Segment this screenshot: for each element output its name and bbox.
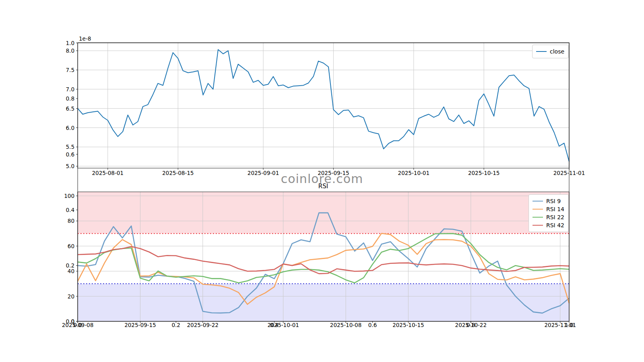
overlay-x-tick-label: 0.6 (368, 322, 377, 328)
overlay-x-tick-label: 0.4 (270, 322, 279, 328)
rsi-legend-label: RSI 22 (546, 214, 564, 220)
rsi-legend-label: RSI 42 (546, 222, 564, 228)
legend-close: close (532, 45, 569, 58)
x-tick-label: 2025-08-01 (92, 170, 123, 176)
x-tick-label: 2025-08-15 (162, 170, 194, 176)
x-tick-label: 2025-09-01 (248, 170, 279, 176)
y-tick-label: 100 (64, 193, 74, 199)
rsi-legend-line-icon (533, 217, 543, 218)
figure: 2025-08-012025-08-152025-09-012025-09-15… (0, 0, 644, 362)
rsi-chart-title: RSI (318, 183, 328, 190)
y-tick-label: 5.5 (66, 144, 74, 150)
x-tick-label: 2025-10-15 (468, 170, 500, 176)
x-tick-label: 2025-10-01 (398, 170, 429, 176)
y-tick-label: 40 (68, 268, 74, 274)
overlay-x-tick-label: 1.0 (565, 322, 573, 328)
overlay-y-tick-label: 0.4 (66, 207, 74, 213)
overlay-x-tick-label: 0.2 (171, 322, 180, 328)
rsi-legend-row: RSI 22 (533, 213, 564, 221)
x-tick-label: 2025-10-08 (330, 322, 361, 328)
x-tick-label: 2025-11-01 (553, 170, 585, 176)
rsi-legend-row: RSI 42 (533, 221, 564, 229)
rsi-legend-row: RSI 9 (533, 197, 564, 205)
rsi-legend-label: RSI 9 (546, 198, 561, 204)
rsi-legend-line-icon (533, 209, 543, 210)
rsi-legend-line-icon (533, 225, 543, 226)
oversold-zone (78, 284, 569, 321)
close-legend-row: close (536, 47, 564, 56)
y-tick-label: 6.5 (66, 105, 74, 112)
close-legend-line-icon (536, 51, 547, 52)
overlay-y-tick-label: 1.0 (66, 40, 74, 46)
y-tick-label: 20 (68, 293, 74, 300)
series-line-close (78, 49, 569, 162)
rsi-legend-label: RSI 14 (546, 206, 564, 212)
overlay-x-tick-label: 0.8 (466, 322, 475, 328)
rsi-legend-row: RSI 14 (533, 205, 564, 213)
overlay-y-tick-label: 0.8 (66, 95, 74, 102)
overlay-y-tick-label: 0.6 (66, 151, 74, 158)
x-tick-label: 2025-09-15 (124, 322, 156, 328)
y-tick-label: 80 (68, 218, 74, 224)
x-tick-label: 2025-10-15 (392, 322, 424, 328)
overlay-y-tick-label: 0.2 (66, 262, 74, 269)
rsi-legend-line-icon (533, 201, 543, 202)
close-legend-label: close (550, 48, 564, 55)
legend-rsi: RSI 9RSI 14RSI 22RSI 42 (528, 194, 569, 232)
overlay-x-tick-label: 0.0 (73, 322, 82, 328)
y-tick-label: 7.0 (66, 86, 74, 93)
y-tick-label: 60 (68, 243, 74, 249)
y-tick-label: 5.0 (66, 163, 74, 169)
x-tick-label: 2025-09-22 (187, 322, 219, 328)
y-axis-offset-label: 1e-8 (79, 35, 91, 42)
y-tick-label: 6.0 (66, 125, 74, 131)
y-tick-label: 8.0 (66, 47, 74, 54)
series-line-rsi-42 (78, 247, 569, 274)
y-tick-label: 7.5 (66, 67, 74, 73)
